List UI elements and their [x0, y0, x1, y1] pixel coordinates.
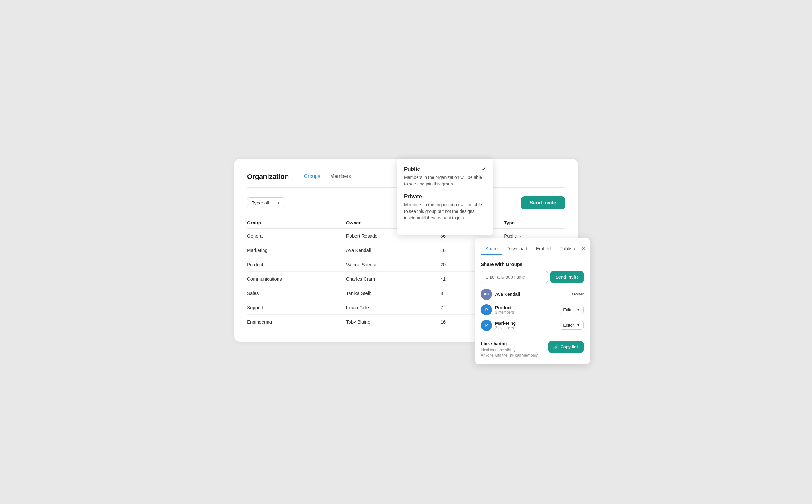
org-title: Organization [247, 173, 289, 181]
private-option[interactable]: Private Members in the organization will… [404, 194, 486, 221]
group-name-input[interactable] [481, 271, 548, 283]
link-sharing-label: Link sharing [481, 341, 539, 346]
cell-owner: Charles Cram [346, 271, 441, 286]
role-select[interactable]: Editor ▼ [560, 305, 584, 314]
tab-groups[interactable]: Groups [299, 171, 325, 182]
member-role: Owner [572, 292, 584, 296]
type-label: Public [504, 233, 517, 238]
public-option-desc: Members in the organization will be able… [404, 174, 486, 187]
link-sharing-desc2: Anyone with the link can view only. [481, 353, 539, 358]
public-option-title: Public [404, 166, 420, 172]
type-filter-select[interactable]: Type: all ▼ [247, 197, 285, 208]
cell-group: Support [247, 300, 346, 314]
share-body: Share with Groups Send invite AK Ava Ken… [475, 255, 590, 364]
link-sharing-row: Link sharing Ideal for accessibility. An… [481, 341, 584, 358]
member-info: Product 3 members [495, 305, 557, 314]
share-panel: Share Download Embed Publish ✕ Share wit… [475, 238, 590, 364]
share-member-row: P Marketing 3 members Editor ▼ [481, 320, 584, 331]
col-type: Type [504, 217, 565, 229]
member-info: Ava Kendall [495, 292, 569, 297]
cell-group: Communications [247, 271, 346, 286]
role-label: Editor [563, 323, 574, 328]
link-sharing-info: Link sharing Ideal for accessibility. An… [481, 341, 539, 358]
member-name: Product [495, 305, 557, 310]
cell-group: General [247, 228, 346, 243]
copy-link-label: Copy link [560, 344, 579, 349]
chevron-down-icon: ▼ [576, 323, 580, 328]
type-filter-label: Type: all [252, 200, 269, 205]
member-name: Marketing [495, 321, 557, 326]
share-input-row: Send invite [481, 271, 584, 283]
role-label: Editor [563, 307, 574, 312]
avatar: AK [481, 289, 492, 300]
col-group: Group [247, 217, 346, 229]
cell-group: Marketing [247, 243, 346, 257]
link-icon: 🔗 [553, 344, 559, 349]
member-info: Marketing 3 members [495, 321, 557, 330]
public-option[interactable]: Public ✓ Members in the organization wil… [404, 166, 486, 187]
avatar: P [481, 320, 492, 331]
cell-group: Engineering [247, 314, 346, 329]
share-panel-header: Share Download Embed Publish ✕ [475, 238, 590, 255]
send-invite-button[interactable]: Send Invite [521, 196, 565, 209]
cell-group: Sales [247, 286, 346, 300]
share-member-row: AK Ava Kendall Owner [481, 289, 584, 300]
tab-members[interactable]: Members [325, 171, 356, 182]
chevron-down-icon: ▼ [576, 307, 580, 312]
cell-owner: Lillian Cole [346, 300, 441, 314]
private-option-desc: Members in the organization will be able… [404, 202, 486, 221]
share-member-row: P Product 3 members Editor ▼ [481, 304, 584, 315]
chevron-down-icon: ▼ [276, 201, 280, 205]
cell-group: Product [247, 257, 346, 271]
member-sub: 3 members [495, 326, 557, 330]
cell-owner: Tanika Steib [346, 286, 441, 300]
share-tab-publish[interactable]: Publish [555, 243, 579, 255]
page-wrapper: Public ✓ Members in the organization wil… [234, 159, 578, 346]
share-tab-download[interactable]: Download [502, 243, 532, 255]
check-icon: ✓ [482, 166, 486, 172]
close-button[interactable]: ✕ [579, 244, 589, 253]
member-name: Ava Kendall [495, 292, 569, 297]
divider [481, 336, 584, 336]
type-dropdown: Public ✓ Members in the organization wil… [396, 159, 493, 235]
cell-owner: Ava Kendall [346, 243, 441, 257]
avatar: P [481, 304, 492, 315]
member-sub: 3 members [495, 310, 557, 314]
cell-owner: Valerie Spencer [346, 257, 441, 271]
org-tabs: Groups Members [299, 171, 356, 182]
cell-owner: Toby Blaine [346, 314, 441, 329]
private-option-title: Private [404, 194, 422, 200]
role-select[interactable]: Editor ▼ [560, 321, 584, 330]
send-invite-button[interactable]: Send invite [550, 271, 584, 283]
copy-link-button[interactable]: 🔗 Copy link [548, 341, 584, 353]
chevron-down-icon[interactable]: ⌄ [519, 233, 522, 238]
share-tab-embed[interactable]: Embed [532, 243, 555, 255]
link-sharing-desc1: Ideal for accessibility. [481, 348, 539, 353]
share-section-title: Share with Groups [481, 262, 584, 267]
share-tab-share[interactable]: Share [481, 243, 502, 255]
